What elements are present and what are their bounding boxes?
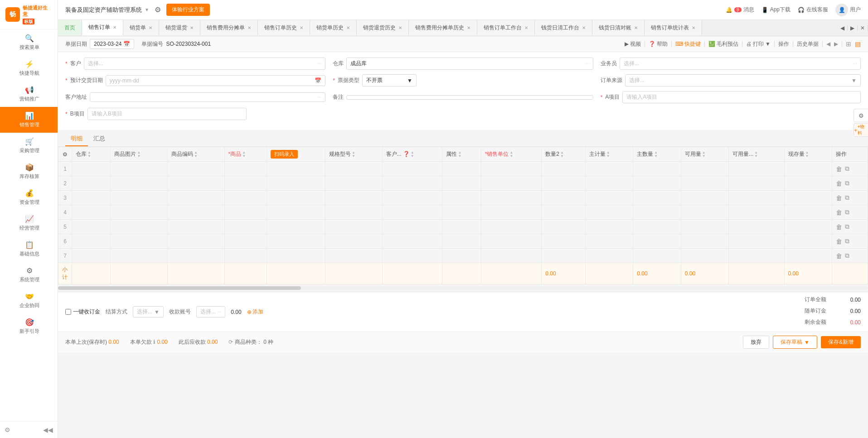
- th-main-qty[interactable]: 主数量▲▼: [633, 147, 681, 162]
- tab-close-icon[interactable]: ✕: [692, 25, 695, 30]
- account-select[interactable]: 选择... ···: [196, 306, 225, 318]
- tab-expand-btn[interactable]: ✕: [858, 25, 868, 31]
- salesperson-input[interactable]: 选择... ···: [620, 58, 861, 70]
- th-settings[interactable]: ⚙: [58, 147, 72, 162]
- tab-close-icon[interactable]: ✕: [149, 25, 152, 30]
- tab-close-icon[interactable]: ✕: [346, 25, 350, 30]
- tab-order-stats[interactable]: 销售订单统计表 ✕: [645, 20, 702, 35]
- tab-close-icon[interactable]: ✕: [247, 25, 251, 30]
- tab-daily-reconcile[interactable]: 钱货日清对账 ✕: [592, 20, 645, 35]
- sidebar-item-operations[interactable]: 📈 经营管理: [0, 210, 58, 236]
- tab-sales-return[interactable]: 销货退货 ✕: [159, 20, 200, 35]
- date-input[interactable]: 2023-03-24 📅: [90, 39, 134, 49]
- tab-close-icon[interactable]: ✕: [300, 25, 303, 30]
- th-qty2[interactable]: 数量2▲▼: [542, 147, 586, 162]
- tab-close-icon[interactable]: ✕: [190, 25, 194, 30]
- tab-detail[interactable]: 明细: [65, 132, 88, 146]
- tab-return-history[interactable]: 销货退货历史 ✕: [357, 20, 409, 35]
- tab-prev-btn[interactable]: ◀: [838, 25, 848, 31]
- tab-daily-workbench[interactable]: 钱货日清工作台 ✕: [535, 20, 592, 35]
- list-view-icon[interactable]: ▤: [855, 40, 861, 48]
- delivery-date-input[interactable]: yyyy-mm-dd 📅: [106, 75, 326, 86]
- tab-sales-fee[interactable]: 销售费用分摊单 ✕: [200, 20, 258, 35]
- copy-row-icon[interactable]: ⧉: [845, 208, 849, 216]
- sidebar-item-enterprise[interactable]: 🤝 企业协同: [0, 288, 58, 313]
- print-btn[interactable]: 🖨 打印 ▼: [746, 40, 771, 48]
- sidebar-item-search[interactable]: 🔍 搜索菜单: [0, 29, 58, 55]
- th-warehouse[interactable]: 仓库▲▼: [72, 147, 111, 162]
- tab-fee-history[interactable]: 销售费用分摊单历史 ✕: [409, 20, 477, 35]
- help-btn[interactable]: ❓ 帮助: [649, 40, 668, 48]
- tab-sales-history[interactable]: 销售订单历史 ✕: [258, 20, 310, 35]
- grid-view-icon[interactable]: ⊞: [846, 40, 851, 48]
- invoice-type-select[interactable]: 不开票 ▼: [362, 74, 417, 87]
- sidebar-item-guide[interactable]: 🎯 新手引导: [0, 313, 58, 339]
- tab-summary[interactable]: 汇总: [88, 132, 111, 146]
- tab-invoice-history[interactable]: 销货单历史 ✕: [310, 20, 357, 35]
- th-available[interactable]: 可用量▲▼: [681, 147, 729, 162]
- scan-btn[interactable]: 扫码录入: [271, 150, 298, 159]
- address-input[interactable]: ···: [90, 92, 325, 102]
- nav-next-icon[interactable]: ▶: [834, 41, 838, 47]
- th-customer-code[interactable]: 客户... ❓▲▼: [382, 147, 442, 162]
- warehouse-input[interactable]: 成品库 ···: [346, 58, 593, 70]
- tab-close-icon[interactable]: ✕: [467, 25, 470, 30]
- user-item[interactable]: 👤 用户: [835, 4, 861, 16]
- profit-btn[interactable]: 💹 毛利预估: [708, 40, 738, 48]
- nav-prev-icon[interactable]: ◀: [826, 41, 830, 47]
- notes-input[interactable]: [346, 95, 593, 100]
- th-scan[interactable]: 扫码录入: [267, 147, 325, 162]
- delete-row-icon[interactable]: 🗑: [836, 165, 842, 173]
- app-download-item[interactable]: 📱 App下载: [761, 6, 790, 14]
- sidebar-item-purchase[interactable]: 🛒 采购管理: [0, 133, 58, 159]
- rfp-add-material-btn[interactable]: + +物料: [853, 123, 868, 137]
- header-settings-icon[interactable]: ⚙: [155, 5, 161, 14]
- copy-row-icon[interactable]: ⧉: [845, 194, 849, 202]
- tab-close-icon[interactable]: ✕: [113, 25, 116, 30]
- delete-row-icon[interactable]: 🗑: [836, 223, 842, 231]
- tab-sales-invoice[interactable]: 销货单 ✕: [123, 20, 159, 35]
- history-btn[interactable]: 历史单据: [797, 40, 819, 48]
- save-draft-btn[interactable]: 保存草稿 ▼: [773, 336, 817, 349]
- tab-close-icon[interactable]: ✕: [398, 25, 402, 30]
- tab-next-btn[interactable]: ▶: [848, 25, 858, 31]
- tab-sales-order[interactable]: 销售订单 ✕: [82, 20, 123, 36]
- shortcut-btn[interactable]: ⌨ 快捷键: [675, 40, 701, 48]
- th-product[interactable]: *商品▲▼: [224, 147, 267, 162]
- delete-row-icon[interactable]: 🗑: [836, 252, 842, 260]
- th-main-unit[interactable]: 主计量▲▼: [585, 147, 633, 162]
- delete-row-icon[interactable]: 🗑: [836, 180, 842, 187]
- tab-order-workbench[interactable]: 销售订单工作台 ✕: [477, 20, 535, 35]
- copy-row-icon[interactable]: ⧉: [845, 179, 849, 187]
- add-payment-btn[interactable]: ⊕ 添加: [247, 308, 263, 316]
- a-project-input[interactable]: 请输入A项目: [622, 91, 861, 103]
- tab-close-icon[interactable]: ✕: [634, 25, 638, 30]
- customer-input[interactable]: 选择... ···: [84, 58, 326, 70]
- copy-row-icon[interactable]: ⧉: [845, 165, 849, 173]
- sidebar-item-basicinfo[interactable]: 📋 基础信息: [0, 236, 58, 262]
- one-click-payment-checkbox[interactable]: 一键收订金: [65, 308, 100, 316]
- rfp-settings-btn[interactable]: ⚙: [853, 109, 868, 122]
- copy-row-icon[interactable]: ⧉: [845, 237, 849, 245]
- th-spec[interactable]: 规格型号▲▼: [325, 147, 382, 162]
- th-image[interactable]: 商品图片▲▼: [111, 147, 168, 162]
- sidebar-item-finance[interactable]: 💰 资金管理: [0, 184, 58, 210]
- online-service-item[interactable]: 🎧 在线客服: [798, 6, 828, 14]
- notification-item[interactable]: 🔔 9 消息: [726, 6, 754, 14]
- view-btn[interactable]: ▶ 视频: [625, 40, 641, 48]
- th-code[interactable]: 商品编码▲▼: [167, 147, 224, 162]
- delete-row-icon[interactable]: 🗑: [836, 238, 842, 245]
- delete-row-icon[interactable]: 🗑: [836, 194, 842, 202]
- delete-row-icon[interactable]: 🗑: [836, 209, 842, 216]
- tab-close-icon[interactable]: ✕: [524, 25, 528, 30]
- tab-close-icon[interactable]: ✕: [582, 25, 586, 30]
- order-source-input[interactable]: 选择... ▼: [625, 74, 861, 87]
- collapse-icon[interactable]: ◀◀: [43, 426, 53, 433]
- th-unit[interactable]: *销售单位▲▼: [481, 147, 541, 162]
- th-attr[interactable]: 属性▲▼: [442, 147, 481, 162]
- table-scrollbar[interactable]: [58, 286, 868, 290]
- copy-row-icon[interactable]: ⧉: [845, 252, 849, 260]
- operation-btn[interactable]: 操作: [778, 40, 789, 48]
- payment-method-select[interactable]: 选择... ▼: [133, 306, 164, 318]
- tab-home[interactable]: 首页: [58, 20, 82, 35]
